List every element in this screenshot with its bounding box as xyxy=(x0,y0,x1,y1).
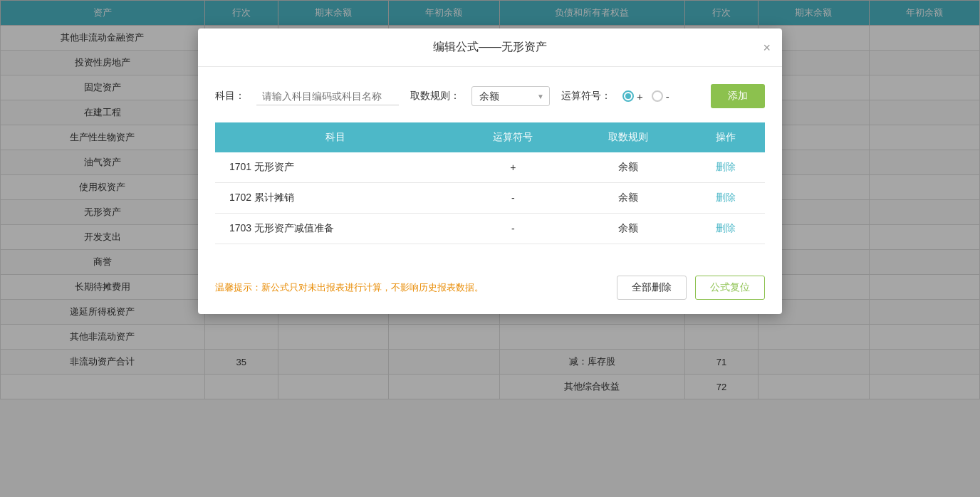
formula-table: 科目运算符号取数规则操作 1701 无形资产+余额删除1702 累计摊销-余额删… xyxy=(215,122,765,244)
modal-overlay: 编辑公式——无形资产 × 科目： 取数规则： 余额借方贷方借方发生额贷方发生额 … xyxy=(0,0,980,497)
radio-minus-circle xyxy=(652,90,663,102)
delete-link[interactable]: 删除 xyxy=(716,192,736,203)
cell-operator: - xyxy=(455,214,570,244)
cell-operator: + xyxy=(455,152,570,183)
rule-label: 取数规则： xyxy=(410,90,460,103)
dialog-header: 编辑公式——无形资产 × xyxy=(198,28,782,67)
table-col-header: 运算符号 xyxy=(455,122,570,152)
delete-link[interactable]: 删除 xyxy=(716,222,736,234)
page-container: 资产行次期末余额年初余额负债和所有者权益行次期末余额年初余额 其他非流动金融资产… xyxy=(0,0,980,497)
table-header: 科目运算符号取数规则操作 xyxy=(215,122,765,152)
table-col-header: 取数规则 xyxy=(570,122,686,152)
cell-rule: 余额 xyxy=(570,183,686,214)
cell-action: 删除 xyxy=(686,152,765,183)
delete-all-button[interactable]: 全部删除 xyxy=(617,276,687,300)
add-button[interactable]: 添加 xyxy=(711,84,765,108)
operator-radio-group: + - xyxy=(622,90,669,103)
cell-action: 删除 xyxy=(686,183,765,214)
subject-input[interactable] xyxy=(256,88,399,105)
subject-label: 科目： xyxy=(215,90,245,103)
rule-select-wrapper: 余额借方贷方借方发生额贷方发生额 xyxy=(471,86,550,106)
footer-buttons: 全部删除 公式复位 xyxy=(617,276,765,300)
reset-button[interactable]: 公式复位 xyxy=(695,276,765,300)
cell-operator: - xyxy=(455,183,570,214)
cell-rule: 余额 xyxy=(570,152,686,183)
radio-plus[interactable]: + xyxy=(622,90,643,103)
cell-subject: 1701 无形资产 xyxy=(215,152,455,183)
radio-minus[interactable]: - xyxy=(652,90,669,103)
form-row: 科目： 取数规则： 余额借方贷方借方发生额贷方发生额 运算符号： + xyxy=(215,84,765,108)
cell-subject: 1703 无形资产减值准备 xyxy=(215,214,455,244)
table-col-header: 科目 xyxy=(215,122,455,152)
dialog-body: 科目： 取数规则： 余额借方贷方借方发生额贷方发生额 运算符号： + xyxy=(198,67,782,267)
edit-formula-dialog: 编辑公式——无形资产 × 科目： 取数规则： 余额借方贷方借方发生额贷方发生额 … xyxy=(198,28,782,314)
radio-plus-circle xyxy=(622,90,634,102)
dialog-title: 编辑公式——无形资产 xyxy=(433,40,547,55)
table-row: 1702 累计摊销-余额删除 xyxy=(215,183,765,214)
cell-rule: 余额 xyxy=(570,214,686,244)
cell-action: 删除 xyxy=(686,214,765,244)
table-row: 1701 无形资产+余额删除 xyxy=(215,152,765,183)
delete-link[interactable]: 删除 xyxy=(716,161,736,172)
dialog-footer: 温馨提示：新公式只对未出报表进行计算，不影响历史报表数据。 全部删除 公式复位 xyxy=(198,267,782,314)
table-body: 1701 无形资产+余额删除1702 累计摊销-余额删除1703 无形资产减值准… xyxy=(215,152,765,244)
minus-label: - xyxy=(666,90,669,103)
footer-hint: 温馨提示：新公式只对未出报表进行计算，不影响历史报表数据。 xyxy=(215,281,484,294)
cell-subject: 1702 累计摊销 xyxy=(215,183,455,214)
table-row: 1703 无形资产减值准备-余额删除 xyxy=(215,214,765,244)
plus-label: + xyxy=(637,90,643,103)
rule-select[interactable]: 余额借方贷方借方发生额贷方发生额 xyxy=(471,86,550,106)
operator-label: 运算符号： xyxy=(561,90,611,103)
close-button[interactable]: × xyxy=(763,41,771,54)
table-col-header: 操作 xyxy=(686,122,765,152)
